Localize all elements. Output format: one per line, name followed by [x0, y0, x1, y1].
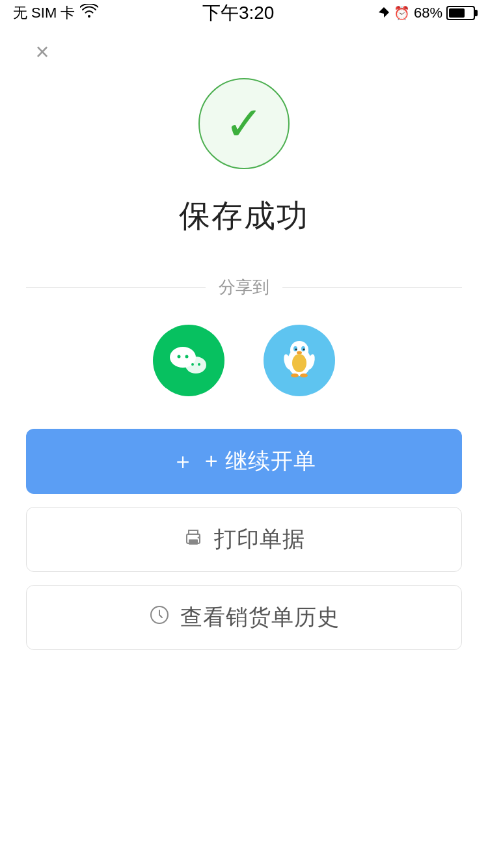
battery-percent: 68%: [414, 5, 442, 21]
continue-button[interactable]: ＋ + 继续开单: [26, 429, 462, 494]
svg-point-5: [198, 363, 200, 366]
print-button[interactable]: 打印单据: [26, 507, 462, 572]
printer-icon: [183, 526, 204, 552]
history-button[interactable]: 查看销货单历史: [26, 585, 462, 650]
svg-point-11: [303, 349, 305, 351]
history-icon: [149, 604, 170, 631]
svg-point-3: [185, 357, 206, 373]
location-icon: [378, 4, 390, 22]
divider-right: [282, 287, 462, 288]
svg-point-20: [198, 537, 200, 539]
success-circle: ✓: [198, 78, 290, 169]
success-title: 保存成功: [179, 195, 309, 237]
qq-icon: [277, 338, 321, 383]
battery-icon: [446, 6, 475, 20]
svg-point-10: [295, 349, 297, 351]
alarm-icon: ⏰: [394, 5, 410, 21]
qq-share-button[interactable]: [264, 325, 335, 396]
status-time: 下午3:20: [202, 1, 275, 25]
share-icons-row: [153, 325, 335, 396]
wechat-icon: [166, 338, 211, 383]
plus-icon: ＋: [172, 446, 195, 476]
main-content: ✓ 保存成功 分享到: [0, 26, 488, 650]
share-label: 分享到: [206, 276, 282, 299]
sim-status: 无 SIM 卡: [13, 3, 75, 23]
share-section: 分享到: [0, 276, 488, 396]
close-button[interactable]: ×: [26, 36, 59, 68]
svg-point-1: [178, 355, 181, 359]
wifi-icon: [80, 4, 98, 22]
divider-left: [26, 287, 206, 288]
action-buttons: ＋ + 继续开单 打印单据 查看销货单历: [0, 429, 488, 650]
share-divider-row: 分享到: [0, 276, 488, 299]
svg-rect-19: [189, 539, 198, 545]
continue-label: + 继续开单: [205, 446, 316, 476]
checkmark-icon: ✓: [224, 100, 264, 147]
status-left: 无 SIM 卡: [13, 3, 98, 23]
svg-point-4: [191, 363, 194, 366]
svg-point-12: [297, 351, 302, 355]
svg-point-2: [185, 355, 189, 359]
svg-point-13: [292, 354, 306, 372]
close-icon: ×: [35, 38, 49, 66]
wechat-share-button[interactable]: [153, 325, 224, 396]
print-label: 打印单据: [214, 524, 305, 554]
svg-point-14: [291, 373, 299, 377]
history-label: 查看销货单历史: [180, 603, 340, 632]
status-right: ⏰ 68%: [378, 4, 475, 22]
svg-point-15: [300, 373, 308, 377]
status-bar: 无 SIM 卡 下午3:20 ⏰ 68%: [0, 0, 488, 26]
